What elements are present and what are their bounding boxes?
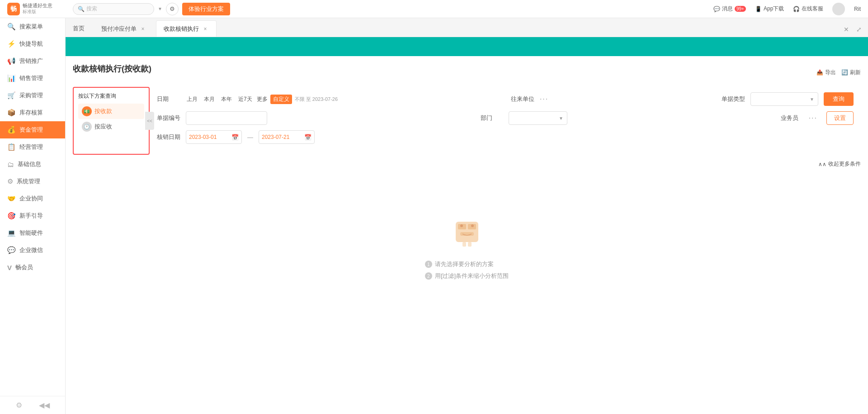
guide-icon: 🎯 xyxy=(7,212,16,220)
collapse-more-button[interactable]: ∧∧ 收起更多条件 xyxy=(818,160,861,168)
sidebar-item-label-hardware: 智能硬件 xyxy=(19,229,43,237)
dropdown-arrow-icon[interactable]: ▼ xyxy=(158,6,162,11)
online-service-button[interactable]: 🎧 在线客服 xyxy=(793,5,823,13)
doc-no-input[interactable] xyxy=(186,111,267,125)
sidebar-item-wechat[interactable]: 💬 企业微信 xyxy=(0,242,65,259)
tab-bar: 首页 预付冲应付单 × 收款核销执行 × ✕ ⤢ xyxy=(66,18,868,37)
sidebar-item-basic[interactable]: 🗂 基础信息 xyxy=(0,156,65,173)
shortcut-last-month[interactable]: 上月 xyxy=(185,95,199,104)
collapse-sidebar-button[interactable]: ◀◀ xyxy=(39,401,50,409)
message-button[interactable]: 💬 消息 99+ xyxy=(713,5,746,13)
header-action-btns: 📤 导出 🔄 刷新 xyxy=(816,69,861,76)
sidebar-item-member[interactable]: V 畅会员 xyxy=(0,259,65,276)
empty-tips: 1 请先选择要分析的方案 2 用[过滤]条件来缩小分析范围 xyxy=(425,260,509,280)
sidebar-item-hardware[interactable]: 💻 智能硬件 xyxy=(0,224,65,242)
sidebar-item-sales[interactable]: 📊 销售管理 xyxy=(0,70,65,87)
tab-prepay[interactable]: 预付冲应付单 × xyxy=(94,20,154,37)
refresh-icon: 🔄 xyxy=(841,69,848,76)
tab-home[interactable]: 首页 xyxy=(66,20,92,37)
sidebar-item-inventory[interactable]: 📦 库存核算 xyxy=(0,104,65,121)
main-content: 首页 预付冲应付单 × 收款核销执行 × ✕ ⤢ 收款核销执行(按收款) xyxy=(66,18,868,414)
dept-label: 部门 xyxy=(481,114,503,122)
search-menu-icon: 🔍 xyxy=(7,23,16,31)
dept-select[interactable]: ▼ xyxy=(509,111,567,125)
collapse-more-label: 收起更多条件 xyxy=(828,160,861,168)
tab-bar-actions: ✕ ⤢ xyxy=(841,24,868,37)
staff-select-btn[interactable]: ··· xyxy=(809,114,817,122)
message-badge: 99+ xyxy=(735,6,746,12)
date-shortcuts: 上月 本月 本年 近7天 更多 自定义 不限 至 2023-07-26 xyxy=(185,95,338,104)
sidebar-item-label-guide: 新手引导 xyxy=(19,212,43,220)
shortcut-custom[interactable]: 自定义 xyxy=(270,95,292,104)
tab-prepay-close[interactable]: × xyxy=(139,25,146,33)
filter-option-by-receipt[interactable]: 💵 按收款 xyxy=(78,104,144,119)
export-button[interactable]: 📤 导出 xyxy=(816,69,836,76)
calendar-start-icon[interactable]: 📅 xyxy=(231,134,239,141)
receivable-icon: 🕐 xyxy=(82,122,92,132)
sidebar-item-finance[interactable]: 💰 资金管理 xyxy=(0,121,65,138)
filter-form: 日期 上月 本月 本年 近7天 更多 自定义 不限 至 2023-07-26 往… xyxy=(150,87,861,155)
filter-option-by-receivable[interactable]: 🕐 按应收 xyxy=(78,119,144,134)
collapse-icon: << xyxy=(147,119,152,124)
shortcut-this-year[interactable]: 本年 xyxy=(219,95,234,104)
sidebar-item-operations[interactable]: 📋 经营管理 xyxy=(0,138,65,156)
writeoff-date-end-input[interactable] xyxy=(262,134,302,140)
sidebar-item-label-member: 畅会员 xyxy=(15,263,33,271)
industry-button[interactable]: 体验行业方案 xyxy=(182,3,230,15)
page-title: 收款核销执行(按收款) xyxy=(73,63,151,74)
settings-bottom-icon[interactable]: ⚙ xyxy=(16,401,22,409)
svg-rect-6 xyxy=(462,242,466,247)
filter-row-writeoff: 核销日期 📅 — 📅 xyxy=(157,130,854,144)
sidebar-item-quick[interactable]: ⚡ 快捷导航 xyxy=(0,35,65,52)
writeoff-date-start-input[interactable] xyxy=(189,134,230,140)
sidebar-item-label-finance: 资金管理 xyxy=(19,126,43,134)
shortcut-this-month[interactable]: 本月 xyxy=(202,95,217,104)
writeoff-date-start-wrap: 📅 xyxy=(186,130,242,144)
user-avatar[interactable] xyxy=(832,3,845,15)
message-label: 消息 xyxy=(722,5,733,13)
app-version: 标准版 xyxy=(23,9,52,15)
sidebar-item-marketing[interactable]: 📢 营销推广 xyxy=(0,52,65,70)
sidebar-item-guide[interactable]: 🎯 新手引导 xyxy=(0,207,65,224)
setting-button[interactable]: 设置 xyxy=(826,111,854,125)
refresh-button[interactable]: 🔄 刷新 xyxy=(841,69,861,76)
sidebar-item-label-search: 搜索菜单 xyxy=(19,23,43,31)
sidebar-item-purchase[interactable]: 🛒 采购管理 xyxy=(0,87,65,104)
gear-button[interactable]: ⚙ xyxy=(166,3,179,15)
tab-writeoff[interactable]: 收款核销执行 × xyxy=(156,20,217,37)
fullscreen-button[interactable]: ⤢ xyxy=(854,24,864,35)
refresh-label: 刷新 xyxy=(850,69,861,76)
logo: 畅 畅捷通好生意 标准版 xyxy=(7,3,73,15)
sidebar-item-search[interactable]: 🔍 搜索菜单 xyxy=(0,18,65,35)
logo-icon: 畅 xyxy=(7,3,20,15)
empty-tip-1-text: 请先选择要分析的方案 xyxy=(435,260,494,268)
sidebar-item-label-purchase: 采购管理 xyxy=(19,91,43,100)
sidebar: 🔍 搜索菜单 ⚡ 快捷导航 📢 营销推广 📊 销售管理 🛒 采购管理 📦 库存核… xyxy=(0,18,66,414)
close-all-tabs-button[interactable]: ✕ xyxy=(841,24,852,35)
search-box[interactable]: 🔍 搜索 xyxy=(73,3,154,15)
doc-type-select[interactable]: ▼ xyxy=(750,92,818,106)
collapse-more-row: ∧∧ 收起更多条件 xyxy=(73,158,861,170)
layout: 🔍 搜索菜单 ⚡ 快捷导航 📢 营销推广 📊 销售管理 🛒 采购管理 📦 库存核… xyxy=(0,18,868,414)
shortcut-7days[interactable]: 近7天 xyxy=(236,95,254,104)
empty-state: 1 请先选择要分析的方案 2 用[过滤]条件来缩小分析范围 xyxy=(73,170,861,316)
purchase-icon: 🛒 xyxy=(7,91,16,100)
staff-label: 业务员 xyxy=(781,114,803,122)
headset-icon: 🎧 xyxy=(793,6,800,12)
sidebar-item-label-inventory: 库存核算 xyxy=(19,109,43,117)
sidebar-item-enterprise[interactable]: 🤝 企业协同 xyxy=(0,190,65,207)
app-download-button[interactable]: 📱 App下载 xyxy=(755,5,784,13)
message-icon: 💬 xyxy=(713,6,720,12)
shortcut-more[interactable]: 更多 xyxy=(257,95,268,103)
sidebar-item-system[interactable]: ⚙ 系统管理 xyxy=(0,173,65,190)
calendar-end-icon[interactable]: 📅 xyxy=(304,134,311,141)
doc-type-label: 单据类型 xyxy=(722,95,745,103)
sales-icon: 📊 xyxy=(7,74,16,82)
partner-select-btn[interactable]: ··· xyxy=(540,95,548,103)
date-label: 日期 xyxy=(157,95,179,103)
tab-writeoff-close[interactable]: × xyxy=(202,25,209,33)
query-button[interactable]: 查询 xyxy=(824,92,854,106)
filter-container: 按以下方案查询 💵 按收款 🕐 按应收 << xyxy=(73,87,861,155)
collapse-filter-button[interactable]: << xyxy=(145,112,154,130)
sidebar-item-label-quick: 快捷导航 xyxy=(19,40,43,48)
